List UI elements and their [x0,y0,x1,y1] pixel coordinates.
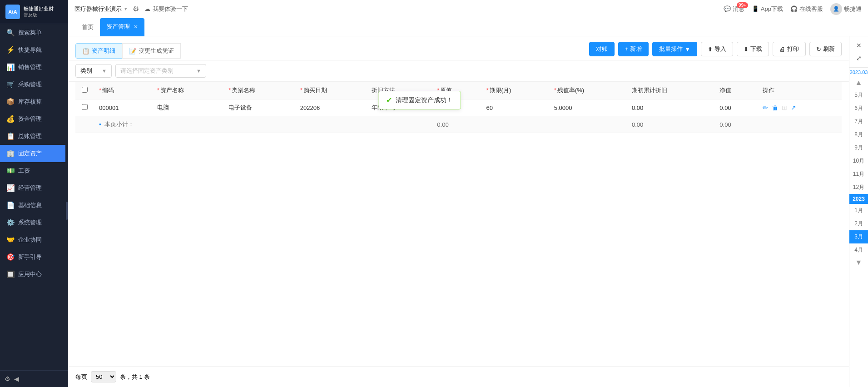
tabs-bar: 首页 资产管理 ✕ [68,18,868,36]
header-residual-rate: *残值率(%) [549,82,626,99]
category-filter[interactable]: 类别 ▼ [75,64,112,78]
refresh-btn[interactable]: ↻ 刷新 [809,42,842,56]
right-panel-expand-icon[interactable]: ⤢ [854,53,863,64]
right-panel-controls: ✕ ⤢ [849,36,868,68]
row-code: 000001 [94,99,152,116]
sidebar-label-salary: 工资 [18,167,30,175]
more-icon[interactable]: ↗ [791,104,796,111]
table-wrapper: ✔ 清理固定资产成功！ *编码 *资产名称 *类别名称 *购买日期 [68,82,849,366]
logo-sub: 普及版 [24,12,54,18]
sidebar-item-purchase[interactable]: 🛒 采购管理 [0,76,65,93]
subtotal-label: ▪ 本页小计： [94,116,432,133]
success-toast: ✔ 清理固定资产成功！ [378,91,461,109]
download-btn[interactable]: ⬇ 下载 [737,42,769,56]
sidebar-icon-search: 🔍 [6,29,15,37]
delete-icon[interactable]: 🗑 [772,104,778,111]
message-btn[interactable]: 💬 消息 99+ [724,5,744,13]
settings-icon[interactable]: ⚙ [5,375,10,382]
sidebar-item-app-center[interactable]: 🔲 应用中心 [0,266,65,283]
month-8[interactable]: 8月 [849,128,868,141]
print-icon: 🖨 [779,46,785,53]
experience-btn[interactable]: ☁ 我要体验一下 [144,5,188,13]
per-page-label: 每页 [75,373,87,381]
company-name: 医疗器械行业演示 [74,5,122,13]
month-5[interactable]: 5月 [849,89,868,102]
sidebar-item-quick-nav[interactable]: ⚡ 快捷导航 [0,41,65,59]
success-message: 清理固定资产成功！ [396,96,453,104]
batch-btn-label: 批量操作 [659,45,683,53]
company-selector[interactable]: 医疗器械行业演示 畅捷通 ▾ [74,5,127,13]
refresh-label: 刷新 [823,45,835,53]
sidebar-item-search[interactable]: 🔍 搜索菜单 [0,24,65,41]
sidebar-label-guide: 新手引导 [18,253,42,261]
sidebar-item-system[interactable]: ⚙️ 系统管理 [0,214,65,231]
tab-home[interactable]: 首页 [75,18,100,36]
sidebar-icon-inventory: 📦 [6,98,15,106]
sidebar-item-basic-info[interactable]: 📄 基础信息 [0,197,65,214]
new-btn[interactable]: + 新增 [618,42,649,56]
sidebar-bottom: ⚙ ◀ [0,370,68,387]
collapse-icon[interactable]: ◀ [14,375,19,382]
month-10[interactable]: 10月 [849,154,868,168]
row-checkbox[interactable] [82,104,88,110]
app-download-btn[interactable]: 📱 App下载 [752,5,783,13]
month-3-active[interactable]: 3月 [849,230,868,243]
sidebar-label-purchase: 采购管理 [18,80,42,89]
sidebar-label-finance: 资金管理 [18,115,42,123]
copy-icon[interactable]: ⊞ [782,104,787,111]
sidebar-item-sales[interactable]: 📊 销售管理 [0,59,65,76]
service-btn[interactable]: 🎧 在线客服 [790,5,823,13]
select-all-checkbox[interactable] [82,87,88,93]
month-11[interactable]: 11月 [849,168,868,181]
subtotal-period-empty [481,116,549,133]
category-input[interactable]: 请选择固定资产类别 ▼ [115,64,206,78]
app-download-icon: 📱 [752,5,759,12]
sidebar-item-inventory[interactable]: 📦 库存核算 [0,93,65,110]
row-initial-accumulated: 0.00 [626,99,714,116]
scroll-up-icon[interactable]: ▲ [853,77,864,89]
sidebar-item-fixed-assets[interactable]: 🏢 固定资产 [0,145,65,162]
sub-tab-detail-label: 资产明细 [92,47,115,55]
edit-icon[interactable]: ✏ [763,104,768,111]
month-9[interactable]: 9月 [849,141,868,154]
month-2[interactable]: 2月 [849,217,868,230]
print-btn[interactable]: 🖨 打印 [773,42,806,56]
sidebar-item-ledger[interactable]: 📋 总账管理 [0,128,65,145]
sidebar-item-salary[interactable]: 💵 工资 [0,162,65,179]
sidebar-label-basic-info: 基础信息 [18,201,42,209]
sidebar-label-enterprise: 企业协同 [18,236,42,244]
sidebar-item-guide[interactable]: 🎯 新手引导 [0,248,65,266]
service-icon: 🎧 [790,5,798,12]
sub-tabs: 📋 资产明细 📝 变更生成凭证 对账 + 新增 批量操作 ▼ ⬆ [68,36,849,60]
month-1[interactable]: 1月 [849,204,868,217]
sub-tab-change-icon: 📝 [129,48,136,55]
service-label: 在线客服 [799,5,823,13]
category-label: 类别 [80,67,92,75]
tab-asset-management[interactable]: 资产管理 ✕ [100,18,144,36]
month-4[interactable]: 4月 [849,243,868,257]
sidebar-icon-ledger: 📋 [6,132,15,140]
sub-tab-change-voucher[interactable]: 📝 变更生成凭证 [122,43,181,59]
page-size-select[interactable]: 50 100 [91,371,116,382]
right-panel-close-icon[interactable]: ✕ [854,40,863,51]
batch-btn[interactable]: 批量操作 ▼ [652,42,697,56]
tab-close-icon[interactable]: ✕ [134,24,138,30]
month-7[interactable]: 7月 [849,115,868,128]
header-purchase-date: *购买日期 [295,82,366,99]
subtotal-original: 0.00 [432,116,481,133]
sub-tab-asset-detail[interactable]: 📋 资产明细 [75,43,122,59]
sidebar-item-operations[interactable]: 📈 经营管理 [0,179,65,197]
sidebar-icon-operations: 📈 [6,184,15,192]
sidebar-item-finance[interactable]: 💰 资金管理 [0,110,65,128]
sidebar-icon-purchase: 🛒 [6,80,15,89]
user-btn[interactable]: 👤 畅捷通 [830,3,862,15]
sidebar-label-inventory: 库存核算 [18,98,42,106]
month-12[interactable]: 12月 [849,181,868,194]
reconcile-btn[interactable]: 对账 [589,42,615,56]
export-btn[interactable]: ⬆ 导入 [701,42,733,56]
month-6[interactable]: 6月 [849,102,868,115]
scroll-down-icon[interactable]: ▼ [853,257,864,268]
topbar-settings-icon[interactable]: ⚙ [133,5,139,13]
header-category: *类别名称 [223,82,294,99]
sidebar-item-enterprise[interactable]: 🤝 企业协同 [0,231,65,248]
